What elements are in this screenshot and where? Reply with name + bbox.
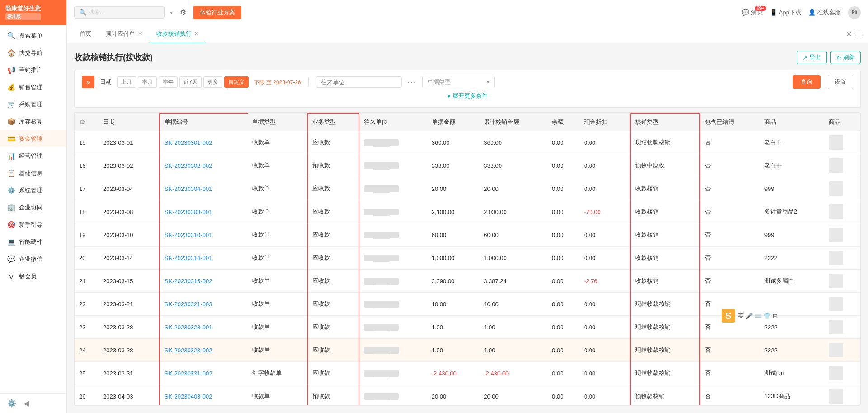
topbar-search-placeholder: 搜索... — [89, 9, 104, 16]
setting-button[interactable]: 设置 — [828, 75, 853, 89]
sidebar-item-search[interactable]: 🔍搜索菜单 — [0, 27, 66, 44]
topbar-gear-icon[interactable]: ⚙ — [178, 6, 188, 19]
doc-no-link[interactable]: SK-20230403-002 — [165, 393, 212, 400]
sidebar-item-marketing[interactable]: 📢营销推广 — [0, 62, 66, 79]
user-avatar[interactable]: Rit — [848, 6, 861, 19]
doc-no-link[interactable]: SK-20230331-002 — [165, 370, 212, 377]
doc-no-link[interactable]: SK-20230301-002 — [165, 139, 212, 146]
sidebar-member-icon: V — [7, 272, 15, 280]
filter-toggle-button[interactable]: » — [82, 76, 94, 88]
app-label: App下载 — [779, 9, 801, 17]
doc-no-link[interactable]: SK-20230321-003 — [165, 301, 212, 308]
cell-customer: ████ — [359, 362, 427, 385]
filter-last-month-btn[interactable]: 上月 — [117, 76, 136, 88]
sidebar-item-quick[interactable]: 🏠快捷导航 — [0, 44, 66, 62]
topbar-dropdown-chevron[interactable]: ▾ — [170, 9, 173, 16]
cell-verify-type: 收款核销 — [630, 247, 700, 270]
cell-include-settled: 否 — [700, 131, 760, 154]
watermark-s-icon: S — [722, 309, 735, 323]
sidebar-item-basic[interactable]: 📋基础信息 — [0, 165, 66, 182]
sidebar-item-hardware[interactable]: 💻智能硬件 — [0, 233, 66, 251]
customer-input[interactable] — [316, 76, 402, 88]
cell-product: 多计量商品2 — [760, 200, 824, 223]
col-header-settings[interactable]: ⚙ — [75, 113, 99, 131]
col-header-cash-discount: 现金折扣 — [580, 113, 630, 131]
tab-prepay[interactable]: 预计应付单✕ — [99, 25, 149, 43]
cell-verify-type: 收款核销 — [630, 200, 700, 223]
tab-prepay-label: 预计应付单 — [106, 30, 135, 38]
sidebar-item-sales[interactable]: 💰销售管理 — [0, 79, 66, 96]
doc-no-link[interactable]: SK-20230308-001 — [165, 209, 212, 215]
expand-label: 展开更多条件 — [453, 92, 488, 100]
cell-doc-no: SK-20230310-001 — [160, 223, 248, 247]
online-service-button[interactable]: 👤 在线客服 — [808, 9, 841, 17]
filter-7days-btn[interactable]: 近7天 — [179, 76, 202, 88]
cell-product: 999 — [760, 177, 824, 200]
filter-this-month-btn[interactable]: 本月 — [138, 76, 157, 88]
doc-no-link[interactable]: SK-20230310-001 — [165, 232, 212, 238]
cell-include-settled: 否 — [700, 154, 760, 177]
product-thumbnail — [829, 297, 843, 311]
query-button[interactable]: 查询 — [793, 75, 821, 89]
sidebar-item-corp[interactable]: 🏢企业协同 — [0, 199, 66, 216]
product-thumbnail — [829, 389, 843, 404]
sidebar-search-icon: 🔍 — [7, 32, 15, 40]
cell-amount: 333.00 — [427, 154, 479, 177]
cell-product-img — [824, 293, 860, 316]
receipt-type-select[interactable]: 单据类型 ▾ — [422, 76, 495, 88]
refresh-button[interactable]: ↻ 刷新 — [830, 51, 861, 64]
cell-include-settled: 否 — [700, 200, 760, 223]
product-thumbnail — [829, 135, 843, 150]
tab-receipt[interactable]: 收款核销执行✕ — [149, 25, 206, 43]
cell-biz-type: 应收款 — [307, 247, 359, 270]
data-table: ⚙ 日期 单据编号 单据类型 业务类型 往来单位 单据金额 累计核销金额 余额 … — [75, 113, 860, 406]
sidebar-item-inventory[interactable]: 📦库存核算 — [0, 113, 66, 130]
sidebar-item-wechat[interactable]: 💬企业微信 — [0, 251, 66, 268]
doc-no-link[interactable]: SK-20230304-001 — [165, 185, 212, 192]
doc-no-link[interactable]: SK-20230328-001 — [165, 324, 212, 331]
filter-more-options[interactable]: ··· — [407, 77, 417, 87]
cell-product-img — [824, 316, 860, 339]
sidebar-item-system[interactable]: ⚙️系统管理 — [0, 182, 66, 199]
messages-button[interactable]: 💬 消息 99+ — [742, 9, 763, 17]
cell-verify-type: 现结收款核销 — [630, 131, 700, 154]
export-button[interactable]: ↗ 导出 — [797, 51, 827, 64]
tab-home[interactable]: 首页 — [72, 25, 99, 43]
cell-biz-type: 应收款 — [307, 339, 359, 362]
solution-button[interactable]: 体验行业方案 — [193, 6, 241, 19]
cell-doc-no: SK-20230301-002 — [160, 131, 248, 154]
sidebar-item-guide[interactable]: 🎯新手引导 — [0, 216, 66, 233]
product-thumbnail — [829, 181, 843, 196]
sidebar-item-member[interactable]: V畅会员 — [0, 268, 66, 285]
sidebar-collapse-btn[interactable]: ◀ — [24, 399, 29, 408]
cell-biz-type: 预收款 — [307, 385, 359, 406]
sidebar-item-finance[interactable]: 💳资金管理 — [0, 130, 66, 147]
doc-no-link[interactable]: SK-20230302-002 — [165, 162, 212, 169]
cell-cumulative: 333.00 — [479, 154, 547, 177]
tabbar-close-icon[interactable]: ✕ — [846, 30, 852, 38]
cell-verify-type: 现结收款核销 — [630, 316, 700, 339]
cell-product-img — [824, 154, 860, 177]
cell-rownum: 19 — [75, 223, 99, 247]
cell-amount: 10.00 — [427, 293, 479, 316]
filter-more-btn[interactable]: 更多 — [203, 76, 222, 88]
app-download-button[interactable]: 📱 App下载 — [770, 9, 801, 17]
doc-no-link[interactable]: SK-20230314-001 — [165, 255, 212, 261]
sidebar-item-purchase[interactable]: 🛒采购管理 — [0, 96, 66, 113]
expand-conditions-row[interactable]: ▾ 展开更多条件 — [82, 89, 853, 103]
doc-no-link[interactable]: SK-20230328-002 — [165, 347, 212, 354]
tab-receipt-close-icon[interactable]: ✕ — [194, 31, 198, 37]
doc-no-link[interactable]: SK-20230315-002 — [165, 278, 212, 285]
filter-this-year-btn[interactable]: 本年 — [159, 76, 178, 88]
cell-doc-type: 收款单 — [248, 154, 307, 177]
sidebar-settings-btn[interactable]: ⚙️ — [7, 399, 16, 408]
col-settings-icon[interactable]: ⚙ — [79, 118, 85, 126]
cell-cumulative: 20.00 — [479, 385, 547, 406]
tab-prepay-close-icon[interactable]: ✕ — [138, 31, 142, 37]
cell-product: 老白干 — [760, 131, 824, 154]
tabbar-maximize-icon[interactable]: ⛶ — [855, 30, 863, 38]
topbar-search-box[interactable]: 🔍 搜索... — [74, 6, 165, 19]
sidebar-item-operation[interactable]: 📊经营管理 — [0, 147, 66, 165]
watermark-grid-icon: ⊞ — [773, 313, 778, 319]
filter-custom-btn[interactable]: 自定义 — [224, 76, 249, 88]
